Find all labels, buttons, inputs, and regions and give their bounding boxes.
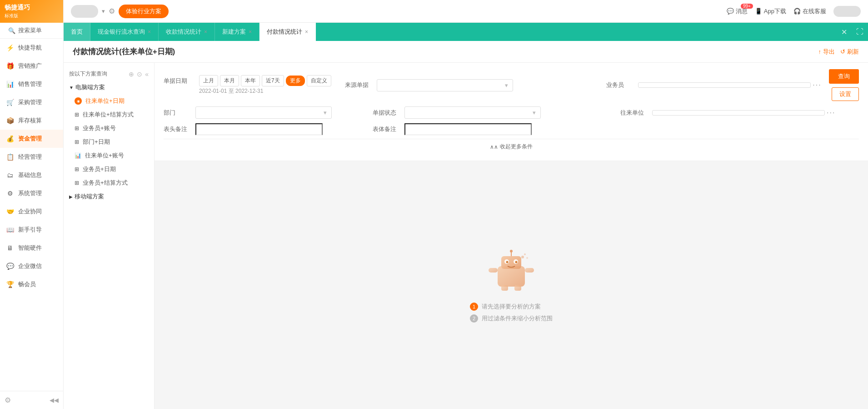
scheme-active-icon: ◉ xyxy=(75,97,82,105)
tab-new-scheme[interactable]: 新建方案 × xyxy=(215,23,259,41)
export-icon: ↑ xyxy=(818,48,822,55)
sidebar-item-member[interactable]: 🏆 畅会员 xyxy=(0,275,63,293)
page-header-actions: ↑ 导出 ↺ 刷新 xyxy=(818,48,859,56)
tip-text-1: 请先选择要分析的方案 xyxy=(482,303,541,311)
hardware-icon: 🖥 xyxy=(5,243,15,252)
scheme-item-unit-date[interactable]: ◉ 往来单位+日期 xyxy=(64,94,154,108)
scheme-group-mobile-title[interactable]: ▶ 移动端方案 xyxy=(64,190,154,203)
scheme-collapse-icon[interactable]: « xyxy=(145,71,149,78)
sidebar-item-capital[interactable]: 💰 资金管理 xyxy=(0,130,63,148)
tab-bank-close[interactable]: × xyxy=(148,29,151,35)
business-icon: 📋 xyxy=(5,152,15,162)
sidebar-item-company[interactable]: 🤝 企业协同 xyxy=(0,202,63,221)
scheme-group-desktop-title[interactable]: ▼ 电脑端方案 xyxy=(64,81,154,94)
sidebar-collapse-icon[interactable]: ◀◀ xyxy=(50,397,59,404)
scheme-item-unit-settle[interactable]: ⊞ 往来单位+结算方式 xyxy=(64,108,154,121)
sidebar-item-label: 营销推广 xyxy=(18,62,42,70)
sidebar-item-hardware[interactable]: 🖥 智能硬件 xyxy=(0,239,63,257)
message-btn[interactable]: 💬 消息 99+ xyxy=(727,7,748,15)
scheme-group-mobile-label: 移动端方案 xyxy=(75,192,104,201)
sales-icon: 📊 xyxy=(5,80,15,89)
scheme-item-unit-account[interactable]: 📊 往来单位+账号 xyxy=(64,149,154,162)
scheme-item-staff-date[interactable]: ⊞ 业务员+日期 xyxy=(64,162,154,176)
tab-new-scheme-close[interactable]: × xyxy=(249,29,252,35)
tab-receipt[interactable]: 收款情况统计 × xyxy=(159,23,215,41)
sidebar-item-marketing[interactable]: 🎁 营销推广 xyxy=(0,57,63,75)
svg-point-7 xyxy=(515,261,518,263)
refresh-btn[interactable]: ↺ 刷新 xyxy=(840,48,859,56)
user-info xyxy=(833,6,861,17)
sidebar-item-quick-nav[interactable]: ⚡ 快捷导航 xyxy=(0,39,63,57)
export-btn[interactable]: ↑ 导出 xyxy=(818,48,835,56)
tab-payment-label: 付款情况统计 xyxy=(267,28,302,36)
inventory-icon: 📦 xyxy=(5,116,15,125)
svg-point-6 xyxy=(506,261,509,263)
filter-date-segment: 单据日期 上月 本月 本年 近7天 更多 自定义 xyxy=(164,75,331,95)
tab-fullscreen-icon[interactable]: ⛶ xyxy=(852,28,868,36)
sidebar-item-system[interactable]: ⚙ 系统管理 xyxy=(0,184,63,202)
try-industry-btn[interactable]: 体验行业方案 xyxy=(119,5,169,18)
service-icon: 🎧 xyxy=(793,8,801,15)
topbar-gear-icon[interactable]: ⚙ xyxy=(109,7,115,15)
scheme-item-staff-settle[interactable]: ⊞ 业务员+结算方式 xyxy=(64,176,154,190)
counterpart-dots[interactable]: ··· xyxy=(827,109,835,117)
query-btn[interactable]: 查询 xyxy=(829,69,859,84)
scheme-settings-icon[interactable]: ⊙ xyxy=(137,71,142,78)
date-range-display: 2022-01-01 至 2022-12-31 xyxy=(199,88,263,94)
body-note-input[interactable] xyxy=(404,123,532,135)
sidebar-item-purchase[interactable]: 🛒 采购管理 xyxy=(0,93,63,111)
tab-payment-close[interactable]: × xyxy=(305,29,308,35)
staff-dots[interactable]: ··· xyxy=(813,81,821,89)
sidebar-item-label: 经营管理 xyxy=(18,153,42,161)
filter-row-2: 部门 ▾ 单据状态 ▾ xyxy=(164,106,859,119)
scheme-table-icon4: ⊞ xyxy=(75,166,79,172)
scheme-item-staff-account[interactable]: ⊞ 业务员+账号 xyxy=(64,121,154,135)
staff-select[interactable] xyxy=(638,82,811,88)
tab-payment[interactable]: 付款情况统计 × xyxy=(259,23,316,41)
filter-row-1: 单据日期 上月 本月 本年 近7天 更多 自定义 xyxy=(164,69,859,101)
empty-robot-icon xyxy=(484,248,539,293)
staff-label: 业务员 xyxy=(606,81,638,89)
tab-home[interactable]: 首页 xyxy=(64,23,90,41)
doc-status-select[interactable]: ▾ xyxy=(404,106,541,119)
sidebar-item-basic-info[interactable]: 🗂 基础信息 xyxy=(0,166,63,184)
sidebar-item-sales[interactable]: 📊 销售管理 xyxy=(0,75,63,93)
date-btn-this-month[interactable]: 本月 xyxy=(220,75,239,86)
empty-tips: 1 请先选择要分析的方案 2 用过滤条件来缩小分析范围 xyxy=(470,303,553,323)
scheme-item-dept-date[interactable]: ⊞ 部门+日期 xyxy=(64,135,154,149)
collapse-icon: ∧∧ xyxy=(490,144,498,150)
sidebar-search[interactable]: 🔍 搜索菜单 xyxy=(0,23,63,39)
date-btn-this-year[interactable]: 本年 xyxy=(241,75,260,86)
sidebar-item-label: 快捷导航 xyxy=(18,44,42,52)
settings-icon[interactable]: ⚙ xyxy=(5,396,11,404)
source-doc-select[interactable]: ▾ xyxy=(377,79,513,91)
date-btn-7days[interactable]: 近7天 xyxy=(262,75,284,86)
tip-text-2: 用过滤条件来缩小分析范围 xyxy=(482,314,553,323)
date-btn-last-month[interactable]: 上月 xyxy=(199,75,218,86)
sidebar-item-business[interactable]: 📋 经营管理 xyxy=(0,148,63,166)
sidebar-item-label: 采购管理 xyxy=(18,98,42,106)
right-panel: 单据日期 上月 本月 本年 近7天 更多 自定义 xyxy=(155,63,868,409)
sidebar-item-wechat[interactable]: 💬 企业微信 xyxy=(0,257,63,275)
header-note-input[interactable] xyxy=(195,123,323,135)
sidebar-item-inventory[interactable]: 📦 库存核算 xyxy=(0,111,63,130)
dept-select[interactable]: ▾ xyxy=(195,106,332,119)
customer-service-btn[interactable]: 🎧 在线客服 xyxy=(793,7,826,15)
sidebar-item-guide[interactable]: 📖 新手引导 xyxy=(0,221,63,239)
dept-chevron-icon: ▾ xyxy=(324,109,327,116)
settings-btn[interactable]: 设置 xyxy=(832,87,859,101)
header-note-label: 表头备注 xyxy=(164,125,195,133)
date-btn-custom[interactable]: 自定义 xyxy=(307,75,331,86)
counterpart-select[interactable] xyxy=(652,110,825,116)
empty-tip-1: 1 请先选择要分析的方案 xyxy=(470,303,553,311)
topbar-chevron-icon[interactable]: ▾ xyxy=(102,8,105,15)
date-btn-more[interactable]: 更多 xyxy=(286,76,305,86)
collapse-more-conditions-btn[interactable]: ∧∧ 收起更多条件 xyxy=(164,139,859,154)
tab-close-all-icon[interactable]: ✕ xyxy=(837,28,852,36)
app-download-btn[interactable]: 📱 App下载 xyxy=(755,7,786,15)
scheme-add-icon[interactable]: ⊕ xyxy=(129,71,134,78)
tab-bank[interactable]: 现金银行流水查询 × xyxy=(90,23,159,41)
tab-receipt-close[interactable]: × xyxy=(204,29,207,35)
search-icon: 🔍 xyxy=(8,27,15,34)
sidebar-logo: 畅捷通巧 xyxy=(5,4,30,12)
